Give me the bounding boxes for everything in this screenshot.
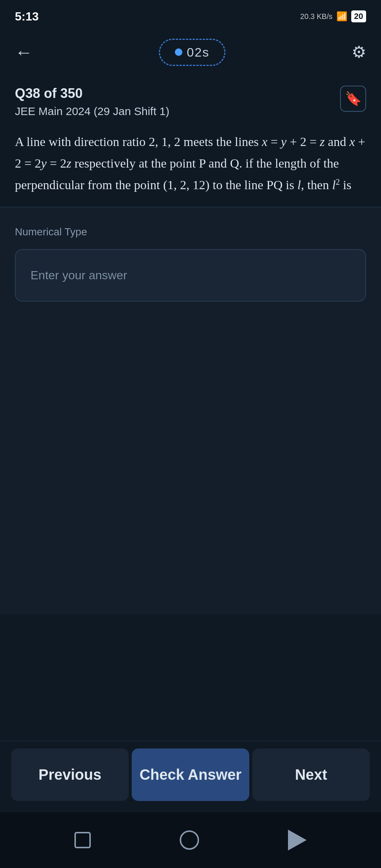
header: ← 02s ⚙ (0, 30, 381, 74)
status-icons: 20.3 KB/s 📶 20 (300, 10, 366, 22)
bottom-nav: Previous Check Answer Next (0, 741, 381, 808)
back-button[interactable]: ← (15, 43, 33, 61)
timer-container: 02s (159, 39, 225, 66)
question-area: Q38 of 350 JEE Main 2024 (29 Jan Shift 1… (0, 74, 381, 207)
network-icon: 📶 (336, 11, 348, 22)
answer-input-box[interactable] (15, 249, 366, 302)
android-back-button[interactable] (288, 830, 307, 850)
back-icon (288, 830, 307, 850)
settings-button[interactable]: ⚙ (352, 42, 366, 62)
question-meta: Q38 of 350 JEE Main 2024 (29 Jan Shift 1… (15, 86, 366, 125)
question-source: JEE Main 2024 (29 Jan Shift 1) (15, 105, 333, 118)
answer-type-label: Numerical Type (15, 226, 366, 238)
content-body (0, 317, 381, 614)
bookmark-button[interactable]: 🔖 (340, 86, 366, 112)
android-recent-button[interactable] (74, 832, 91, 848)
status-bar: 5:13 20.3 KB/s 📶 20 (0, 0, 381, 30)
recent-apps-icon (74, 832, 91, 848)
bookmark-icon: 🔖 (345, 91, 362, 106)
android-nav-bar (0, 812, 381, 868)
android-home-button[interactable] (180, 830, 199, 850)
timer-display: 02s (187, 45, 209, 60)
question-text: A line with direction ratio 2, 1, 2 meet… (15, 131, 366, 195)
network-speed: 20.3 KB/s (300, 12, 333, 21)
timer-dot (175, 48, 182, 56)
answer-section: Numerical Type (0, 207, 381, 317)
previous-button[interactable]: Previous (11, 748, 129, 801)
status-time: 5:13 (15, 10, 39, 23)
question-meta-left: Q38 of 350 JEE Main 2024 (29 Jan Shift 1… (15, 86, 333, 125)
question-number: Q38 of 350 (15, 86, 333, 101)
battery-indicator: 20 (351, 10, 366, 22)
next-button[interactable]: Next (252, 748, 370, 801)
answer-input[interactable] (31, 268, 350, 282)
home-icon (180, 830, 199, 850)
check-answer-button[interactable]: Check Answer (132, 748, 249, 801)
